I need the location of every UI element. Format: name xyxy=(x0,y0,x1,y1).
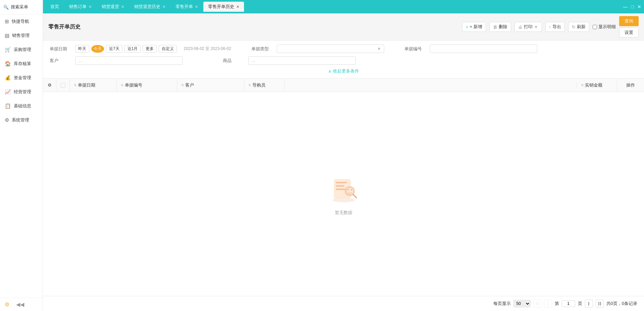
tab-sales-return[interactable]: 销货退货 ✕ xyxy=(97,2,129,12)
tab-sales-return-label: 销货退货 xyxy=(102,4,119,10)
tab-sales-order[interactable]: 销售订单 ✕ xyxy=(64,2,96,12)
th-date[interactable]: ⇅ 单据日期 xyxy=(70,79,117,92)
refresh-button[interactable]: ↻ 刷新 xyxy=(568,22,589,32)
refresh-icon: ↻ xyxy=(572,24,576,30)
th-spacer xyxy=(285,82,577,89)
customer-select[interactable]: ... xyxy=(75,56,183,65)
tab-sales-order-label: 销售订单 xyxy=(69,4,87,10)
prev-page-btn[interactable]: ⟨ xyxy=(544,300,552,308)
filter-row-1: 单据日期 昨天 今天 近7天 近1月 更多 自定义 2023-06-02 至 2… xyxy=(50,45,637,53)
sidebar-search-label: 搜索采单 xyxy=(11,4,28,10)
sidebar-item-sales-mgmt[interactable]: ▤ 销售管理 xyxy=(0,29,43,43)
date-7days-btn[interactable]: 近7天 xyxy=(106,45,122,53)
sidebar-item-operation[interactable]: 📈 经营管理 xyxy=(0,85,43,99)
th-amount[interactable]: ⇅ 实销金额 xyxy=(577,79,617,92)
display-detail-checkbox[interactable] xyxy=(593,25,597,29)
toolbar-actions: + + 新增 🗑 删除 🖨 打印 ▼ ↑ 导出 ↻ 刷新 显示 xyxy=(462,16,639,38)
date-more-btn[interactable]: 更多 xyxy=(143,45,157,53)
print-label: 打印 xyxy=(524,24,533,30)
product-label: 商品 xyxy=(223,58,242,64)
sidebar-search[interactable]: 🔍 搜索采单 xyxy=(0,0,43,14)
tab-retail-history-close[interactable]: ✕ xyxy=(236,5,239,9)
th-settings[interactable]: ⚙ xyxy=(43,79,56,91)
window-maximize[interactable]: □ xyxy=(631,4,634,9)
add-icon: + xyxy=(466,24,468,30)
doc-type-select[interactable]: ▼ xyxy=(277,45,384,53)
date-1month-btn[interactable]: 近1月 xyxy=(125,45,141,53)
tab-retail-open-close[interactable]: ✕ xyxy=(195,5,198,9)
first-page-btn[interactable]: ⟨⟨ xyxy=(533,300,541,308)
query-button[interactable]: 查询 xyxy=(619,16,639,26)
export-icon: ↑ xyxy=(549,24,551,30)
th-customer[interactable]: ⇅ 客户 xyxy=(177,79,244,92)
collapse-filter-btn[interactable]: ∧ 收起更多条件 xyxy=(50,68,637,74)
last-page-btn[interactable]: ⟩⟩ xyxy=(596,300,604,308)
sidebar-item-inventory[interactable]: 🏠 库存核算 xyxy=(0,57,43,71)
th-no[interactable]: ⇅ 单据编号 xyxy=(117,79,177,92)
tab-home[interactable]: 首页 xyxy=(46,2,64,12)
sidebar-item-label: 基础信息 xyxy=(14,103,31,109)
print-button[interactable]: 🖨 打印 ▼ xyxy=(514,22,542,32)
doc-no-input[interactable] xyxy=(430,45,537,53)
finance-icon: 💰 xyxy=(5,75,11,81)
sort-icon-customer: ⇅ xyxy=(181,83,184,87)
page-number-input[interactable] xyxy=(562,300,575,307)
th-checkbox[interactable] xyxy=(56,80,70,91)
empty-illustration xyxy=(327,172,360,206)
collapse-label: 收起更多条件 xyxy=(333,68,359,74)
product-select[interactable]: ... xyxy=(248,56,356,65)
tab-bar-right: — □ ✕ xyxy=(623,4,641,9)
filter-area: 单据日期 昨天 今天 近7天 近1月 更多 自定义 2023-06-02 至 2… xyxy=(43,41,644,79)
tab-sales-order-close[interactable]: ✕ xyxy=(89,5,92,9)
toolbar: 零售开单历史 + + 新增 🗑 删除 🖨 打印 ▼ ↑ 导出 ↻ 刷新 xyxy=(43,13,644,41)
setting-button[interactable]: 设置 xyxy=(619,28,639,38)
date-today-btn[interactable]: 今天 xyxy=(91,45,104,53)
sidebar-item-quick-nav[interactable]: ⊞ 快捷导航 xyxy=(0,14,43,29)
inventory-icon: 🏠 xyxy=(5,61,11,67)
display-detail-toggle[interactable]: 显示明细 xyxy=(593,24,616,30)
delete-button[interactable]: 🗑 删除 xyxy=(489,22,511,32)
export-label: 导出 xyxy=(552,24,561,30)
sidebar-item-finance[interactable]: 💰 资金管理 xyxy=(0,71,43,85)
sort-icon-no: ⇅ xyxy=(121,83,123,87)
window-minimize[interactable]: — xyxy=(623,4,628,9)
date-filter-label: 单据日期 xyxy=(50,46,68,52)
date-range-display: 2023-06-02 至 2023-06-02 xyxy=(184,46,231,52)
add-label: + 新增 xyxy=(469,24,482,30)
svg-line-7 xyxy=(353,195,356,198)
tab-retail-open-label: 零售开单 xyxy=(176,4,193,10)
sidebar-item-sys-mgmt[interactable]: ⚙ 系统管理 xyxy=(0,113,43,127)
export-button[interactable]: ↑ 导出 xyxy=(545,22,565,32)
settings-icon[interactable]: ⚙ xyxy=(5,301,9,308)
tab-sales-return-history[interactable]: 销货退货历史 ✕ xyxy=(130,2,170,12)
tab-retail-history[interactable]: 零售开单历史 ✕ xyxy=(203,2,244,12)
page-size-select[interactable]: 10 20 50 100 xyxy=(513,300,531,307)
sidebar-item-basic-info[interactable]: 📋 基础信息 xyxy=(0,99,43,113)
sidebar-bottom: ⚙ ◀◀ xyxy=(0,298,43,311)
sidebar-item-purchase-mgmt[interactable]: 🛒 采购管理 xyxy=(0,43,43,57)
sidebar-item-label: 系统管理 xyxy=(12,117,29,123)
print-icon: 🖨 xyxy=(518,24,523,30)
th-customer-label: 客户 xyxy=(185,82,194,88)
tab-retail-open[interactable]: 零售开单 ✕ xyxy=(171,2,203,12)
page-title: 零售开单历史 xyxy=(48,23,459,31)
customer-value: ... xyxy=(78,58,82,63)
add-button[interactable]: + + 新增 xyxy=(462,22,486,32)
settings-col-icon: ⚙ xyxy=(48,83,52,88)
sidebar-item-label: 资金管理 xyxy=(14,75,31,81)
tab-sales-return-history-close[interactable]: ✕ xyxy=(162,5,165,9)
next-page-btn[interactable]: ⟩ xyxy=(585,300,593,308)
select-all-checkbox[interactable] xyxy=(61,83,65,88)
th-guide[interactable]: ⇅ 导购员 xyxy=(244,79,285,92)
refresh-label: 刷新 xyxy=(577,24,586,30)
page-size-label: 每页显示 xyxy=(493,301,511,307)
date-yesterday-btn[interactable]: 昨天 xyxy=(75,45,89,53)
table-area: ⚙ ⇅ 单据日期 ⇅ 单据编号 ⇅ 客户 ⇅ 导购员 ⇅ xyxy=(43,79,644,296)
sys-mgmt-icon: ⚙ xyxy=(5,117,9,123)
window-close[interactable]: ✕ xyxy=(637,4,641,9)
tab-sales-return-close[interactable]: ✕ xyxy=(121,5,124,9)
print-dropdown-icon: ▼ xyxy=(534,24,538,30)
date-custom-btn[interactable]: 自定义 xyxy=(159,45,177,53)
page-label: 页 xyxy=(578,301,582,307)
collapse-sidebar-icon[interactable]: ◀◀ xyxy=(16,301,24,308)
